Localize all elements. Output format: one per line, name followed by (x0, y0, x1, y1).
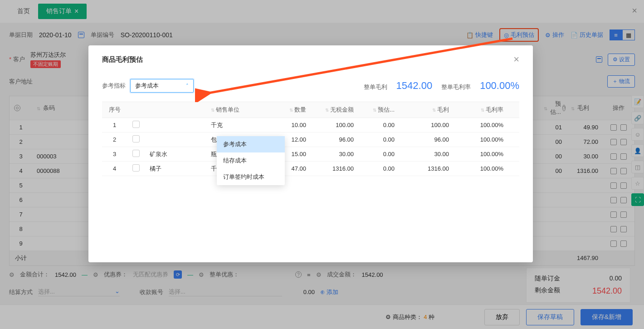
indicator-label: 参考指标 (102, 82, 126, 90)
modal-table-header: 序号 销售单位 数量 无税金额 预估... 毛利 毛利率 (102, 102, 519, 118)
table-row[interactable]: 4 橘子 千克 47.00 1316.00 0.00 1316.00 100.0… (102, 162, 519, 176)
modal-table: 序号 销售单位 数量 无税金额 预估... 毛利 毛利率 1 千克 10.00 … (102, 102, 519, 176)
checkbox[interactable] (132, 121, 140, 128)
table-row[interactable]: 3 矿泉水 瓶 15.00 30.00 0.00 30.00 100.00% (102, 147, 519, 162)
dropdown-option[interactable]: 结存成本 (217, 152, 285, 169)
modal-close-icon[interactable]: × (513, 54, 519, 65)
modal-title: 商品毛利预估 (102, 55, 143, 64)
checkbox[interactable] (132, 150, 140, 157)
profit-summary: 整单毛利 1542.00 整单毛利率 100.00% (364, 80, 519, 92)
checkbox[interactable] (132, 164, 140, 172)
checkbox[interactable] (132, 135, 140, 142)
modal-header: 商品毛利预估 × (88, 45, 533, 70)
dropdown-option[interactable]: 参考成本 (217, 136, 285, 152)
table-row[interactable]: 2 包 12.00 96.00 0.00 96.00 100.00% (102, 133, 519, 147)
dropdown-option[interactable]: 订单签约时成本 (217, 169, 285, 185)
modal-filter-row: 参考指标 参考成本 ˄ 整单毛利 1542.00 整单毛利率 100.00% (88, 70, 533, 97)
profit-modal: 商品毛利预估 × 参考指标 参考成本 ˄ 整单毛利 1542.00 整单毛利率 … (88, 45, 533, 262)
chevron-up-icon: ˄ (186, 83, 189, 89)
indicator-dropdown: 参考成本 结存成本 订单签约时成本 (217, 136, 285, 185)
table-row[interactable]: 1 千克 10.00 100.00 0.00 100.00 100.00% (102, 118, 519, 133)
indicator-select[interactable]: 参考成本 ˄ (130, 79, 194, 93)
